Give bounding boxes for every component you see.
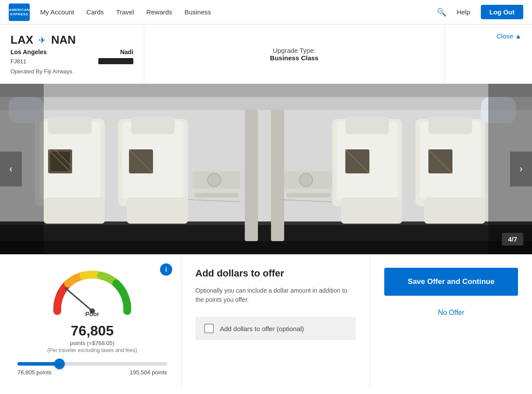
info-icon[interactable]: i [160,263,172,276]
upgrade-type-section: Upgrade Type: Business Class [144,24,445,83]
carousel-next-button[interactable]: › [510,152,532,187]
flight-info-bar: LAX ✈ NAN Los Angeles Nadi FJ811 Operate… [0,24,532,84]
action-panel: Save Offer and Continue No Offer [370,255,532,386]
points-note: (Per traveler excluding taxes and fees) [47,347,137,353]
carousel-prev-button[interactable]: ‹ [0,152,22,187]
points-panel: i Poo [0,255,181,386]
svg-rect-8 [48,117,92,134]
close-section: Close ▲ [445,24,532,83]
dollars-desc: Optionally you can include a dollar amou… [195,286,356,304]
operated-by: Operated By Fiji Airways [10,68,133,75]
origin-city: Los Angeles [10,48,47,55]
add-dollars-checkbox[interactable] [204,324,214,333]
carousel-counter: 4/7 [502,233,523,245]
redacted-info [98,58,133,64]
close-chevron-up-icon: ▲ [515,32,522,40]
image-carousel: ‹ › 4/7 [0,84,532,254]
help-link[interactable]: Help [457,8,470,16]
amex-logo-text: AMERICANEXPRESS [9,8,29,16]
svg-rect-45 [0,241,532,254]
points-equiv: points (=$768.05) [70,340,115,346]
upgrade-type-label: Upgrade Type: [270,47,319,54]
dollars-panel: Add dollars to offer Optionally you can … [181,255,370,386]
dollars-title: Add dollars to offer [195,268,356,279]
svg-point-35 [208,173,221,187]
flight-route: LAX ✈ NAN Los Angeles Nadi FJ811 Operate… [0,24,144,83]
nav-business[interactable]: Business [184,8,211,16]
close-button[interactable]: Close ▲ [497,32,522,40]
no-offer-button[interactable]: No Offer [438,309,464,317]
svg-point-38 [299,173,313,187]
gauge-container: Poor [49,270,136,318]
slider-min-label: 76,805 points [17,369,52,376]
gauge-label: Poor [85,311,99,318]
page-content: LAX ✈ NAN Los Angeles Nadi FJ811 Operate… [0,24,532,394]
nav-right: 🔍 Help Log Out [437,5,523,19]
svg-rect-19 [341,197,402,224]
svg-rect-13 [127,197,188,224]
logout-button[interactable]: Log Out [481,5,523,19]
slider-container: 76,805 points 195,504 points [14,362,170,376]
slider-labels: 76,805 points 195,504 points [17,369,167,376]
svg-rect-15 [271,110,284,241]
checkbox-row: Add dollars to offer (optional) [195,317,356,340]
checkbox-label: Add dollars to offer (optional) [220,325,304,332]
points-value: 76,805 [71,323,114,339]
slider-thumb[interactable] [54,359,65,369]
svg-rect-14 [245,110,258,241]
svg-rect-18 [345,117,389,134]
destination-city: Nadi [120,48,133,55]
slider-track [17,362,167,366]
svg-rect-44 [0,84,532,97]
nav-my-account[interactable]: My Account [40,8,74,16]
slider-fill [17,362,59,366]
nav-rewards[interactable]: Rewards [146,8,172,16]
svg-rect-23 [424,197,485,224]
svg-rect-22 [428,117,472,134]
upgrade-type-value: Business Class [270,54,319,62]
svg-line-46 [65,288,92,311]
svg-rect-36 [195,193,238,197]
nav-links: My Account Cards Travel Rewards Business [40,8,437,16]
plane-icon: ✈ [38,35,46,45]
navbar: AMERICANEXPRESS My Account Cards Travel … [0,0,532,24]
nav-travel[interactable]: Travel [116,8,134,16]
save-offer-button[interactable]: Save Offer and Continue [384,268,518,296]
nav-cards[interactable]: Cards [87,8,104,16]
amex-logo: AMERICANEXPRESS [9,3,30,21]
close-label: Close [497,32,513,40]
flight-number: FJ811 [10,58,26,65]
slider-max-label: 195,504 points [130,369,167,376]
carousel-image [0,84,532,254]
origin-code: LAX [10,33,33,47]
destination-code: NAN [51,33,76,47]
svg-rect-12 [131,117,175,134]
svg-rect-9 [44,197,105,224]
svg-rect-39 [286,193,330,197]
bottom-section: i Poo [0,254,532,386]
search-icon[interactable]: 🔍 [437,7,446,17]
